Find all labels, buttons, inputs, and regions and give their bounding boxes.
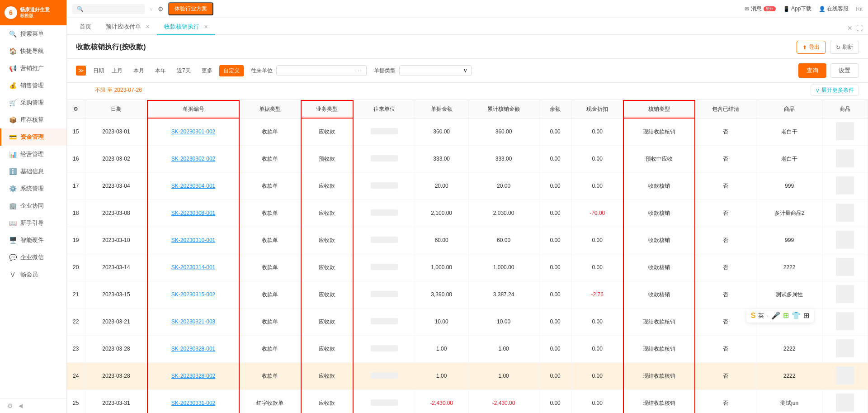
sidebar-item-inventory[interactable]: 📦库存核算 (0, 111, 66, 128)
bill-no-link[interactable]: SK-20230308-001 (171, 210, 215, 216)
col-biz-type[interactable]: 业务类型 (301, 100, 354, 118)
bill-no-link[interactable]: SK-20230328-001 (171, 346, 215, 352)
tab-prepay-label: 预计应收付单 (106, 23, 141, 31)
cell-no: 18 (67, 199, 85, 227)
sidebar-item-search[interactable]: 🔍搜索菜单 (0, 25, 66, 43)
partner-filter-label: 往来单位 (251, 67, 273, 75)
expand-conditions-button[interactable]: ∨ 展开更多条件 (811, 85, 859, 96)
sidebar-item-guide[interactable]: 📖新手引导 (0, 214, 66, 232)
bill-no-link[interactable]: SK-20230314-001 (171, 264, 215, 271)
cell-bill-no: SK-20230310-001 (147, 227, 239, 254)
col-gear[interactable]: ⚙ (67, 100, 85, 118)
topbar: 🔍 ∨ ⚙ 体验行业方案 ✉ 消息 99+ 📱 App下载 👤 在线客服 Rit (67, 0, 868, 18)
bill-type-filter-label: 单据类型 (374, 67, 396, 75)
sidebar-item-shortcut[interactable]: 🏠快捷导航 (0, 43, 66, 60)
bill-no-link[interactable]: SK-20230331-002 (171, 400, 215, 406)
refresh-button[interactable]: ↻ 刷新 (830, 41, 859, 54)
tab-prepay-close[interactable]: ✕ (146, 24, 150, 30)
partner-filter-input-wrap[interactable]: ··· (276, 65, 367, 76)
col-goods2[interactable]: 商品 (822, 100, 868, 118)
user-profile[interactable]: Rit (856, 6, 863, 12)
partner-filter-dots[interactable]: ··· (355, 67, 363, 74)
online-service-button[interactable]: 👤 在线客服 (819, 5, 849, 13)
sidebar-collapse-icon[interactable]: ◀ (19, 403, 23, 409)
sidebar-item-finance[interactable]: 💳资金管理 (0, 128, 66, 146)
bill-no-link[interactable]: SK-20230328-002 (171, 373, 215, 379)
bill-type-filter-select[interactable]: ∨ (399, 65, 472, 76)
solution-button[interactable]: 体验行业方案 (168, 2, 213, 15)
table-row: 25 2023-03-31 SK-20230331-002 红字收款单 应收款 … (67, 389, 868, 413)
col-verify-amount[interactable]: 累计核销金额 (468, 100, 539, 118)
tab-close-all-icon[interactable]: ✕ (847, 24, 853, 32)
sidebar-label-hardware: 智能硬件 (20, 236, 44, 244)
topbar-search[interactable]: 🔍 (72, 4, 145, 14)
sidebar-icon-management: 📊 (9, 151, 17, 158)
sidebar-item-hardware[interactable]: 🖥️智能硬件 (0, 232, 66, 249)
cell-include-settled: 否 (695, 281, 756, 308)
sidebar-item-sales[interactable]: 💰销售管理 (0, 77, 66, 94)
sidebar-label-basic: 基础信息 (20, 167, 44, 176)
topbar-gear-icon[interactable]: ⚙ (158, 5, 164, 13)
tab-collection[interactable]: 收款核销执行 ✕ (157, 19, 215, 35)
cell-biz-type: 应收款 (301, 254, 354, 281)
col-partner[interactable]: 往来单位 (353, 100, 415, 118)
sidebar-item-wechat[interactable]: 💬企业微信 (0, 249, 66, 266)
cell-amount: 333.00 (415, 145, 468, 172)
date-btn-more[interactable]: 更多 (198, 65, 217, 76)
col-include-settled[interactable]: 包含已结清 (695, 100, 756, 118)
col-goods1[interactable]: 商品 (756, 100, 823, 118)
col-verify-type[interactable]: 核销类型 (623, 100, 695, 118)
tab-home[interactable]: 首页 (72, 19, 99, 35)
cell-partner (353, 145, 415, 172)
sidebar-icon-guide: 📖 (9, 219, 17, 227)
date-btn-last-month[interactable]: 上月 (108, 65, 127, 76)
cell-partner (353, 308, 415, 335)
date-btn-custom[interactable]: 自定义 (219, 65, 244, 76)
date-btn-this-year[interactable]: 本年 (151, 65, 170, 76)
app-download-button[interactable]: 📱 App下载 (783, 5, 811, 13)
tab-collection-close[interactable]: ✕ (204, 24, 208, 30)
cell-include-settled: 否 (695, 254, 756, 281)
col-balance[interactable]: 余额 (539, 100, 571, 118)
sidebar-item-member[interactable]: V畅会员 (0, 266, 66, 283)
cell-balance: 0.00 (539, 362, 571, 389)
cell-bill-type: 收款单 (239, 362, 301, 389)
bill-no-link[interactable]: SK-20230304-001 (171, 183, 215, 189)
query-button[interactable]: 查询 (798, 63, 826, 78)
tab-expand-icon[interactable]: ⛶ (856, 24, 863, 32)
bill-no-link[interactable]: SK-20230310-001 (171, 237, 215, 243)
sidebar-settings-icon[interactable]: ⚙ (7, 402, 13, 409)
message-button[interactable]: ✉ 消息 99+ (745, 5, 776, 13)
bill-no-link[interactable]: SK-20230302-002 (171, 156, 215, 162)
sidebar-item-system[interactable]: ⚙️系统管理 (0, 180, 66, 197)
col-bill-no[interactable]: 单据编号 (147, 100, 239, 118)
tab-prepay[interactable]: 预计应收付单 ✕ (99, 19, 157, 35)
date-btn-7days[interactable]: 近7天 (173, 65, 195, 76)
export-button[interactable]: ⬆ 导出 (797, 41, 826, 54)
col-cash-discount[interactable]: 现金折扣 (571, 100, 623, 118)
bill-no-link[interactable]: SK-20230301-002 (171, 128, 215, 135)
bill-no-link[interactable]: SK-20230321-003 (171, 318, 215, 325)
sidebar-item-enterprise[interactable]: 🏢企业协同 (0, 197, 66, 214)
col-amount[interactable]: 单据金额 (415, 100, 468, 118)
sidebar-label-guide: 新手引导 (20, 219, 44, 227)
sidebar-item-management[interactable]: 📊经营管理 (0, 146, 66, 163)
search-icon: 🔍 (77, 6, 84, 12)
date-btn-this-month[interactable]: 本月 (129, 65, 148, 76)
col-bill-type[interactable]: 单据类型 (239, 100, 301, 118)
cell-cash-discount: 0.00 (571, 389, 623, 413)
cell-bill-type: 收款单 (239, 118, 301, 145)
sidebar-label-shortcut: 快捷导航 (20, 47, 44, 55)
table-body: 15 2023-03-01 SK-20230301-002 收款单 应收款 36… (67, 118, 868, 413)
bill-no-link[interactable]: SK-20230315-002 (171, 291, 215, 298)
sidebar-item-marketing[interactable]: 📢营销推广 (0, 60, 66, 77)
partner-filter-input[interactable] (280, 67, 354, 74)
cell-cash-discount: 0.00 (571, 335, 623, 362)
col-date[interactable]: 日期 (85, 100, 147, 118)
filter-settings-button[interactable]: 设置 (830, 63, 859, 78)
sidebar-item-basic[interactable]: ℹ️基础信息 (0, 163, 66, 180)
sidebar-label-inventory: 库存核算 (20, 116, 44, 124)
sidebar-item-purchase[interactable]: 🛒采购管理 (0, 94, 66, 111)
filter-toggle-button[interactable]: ≫ (76, 66, 86, 76)
app-icon: 📱 (783, 6, 790, 12)
